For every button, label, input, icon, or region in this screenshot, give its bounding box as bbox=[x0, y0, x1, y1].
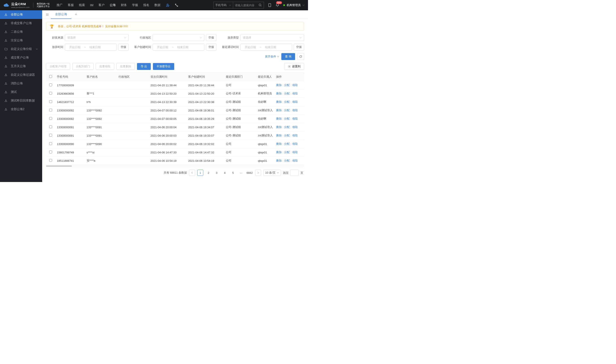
nav-service[interactable]: 客服 bbox=[68, 3, 74, 7]
select-abandon-type[interactable]: 请选择 bbox=[241, 34, 304, 41]
sidebar-item[interactable]: 自定义公海分组 bbox=[0, 45, 42, 53]
export-button[interactable]: 导 出 bbox=[137, 63, 151, 70]
op-assign[interactable]: 分配 bbox=[284, 159, 290, 162]
nav-im[interactable]: IM bbox=[90, 3, 94, 7]
nav-pool[interactable]: 公海 bbox=[110, 3, 116, 7]
nav-leads[interactable]: 线索 bbox=[79, 3, 85, 7]
notifications[interactable]: 99+ bbox=[276, 3, 279, 8]
op-claim[interactable]: 领取 bbox=[292, 117, 298, 120]
tablet-icon[interactable] bbox=[268, 3, 272, 7]
sidebar-item[interactable]: 自定义公海过滤器 bbox=[0, 71, 42, 79]
sidebar-item[interactable]: 消防公海 bbox=[0, 79, 42, 88]
query-button[interactable]: 查 询 bbox=[281, 53, 295, 60]
page-ellipsis[interactable]: ··· bbox=[238, 170, 244, 176]
row-checkbox[interactable] bbox=[49, 83, 52, 86]
page-2[interactable]: 2 bbox=[205, 170, 211, 176]
row-checkbox[interactable] bbox=[49, 92, 52, 95]
op-delete[interactable]: 删除 bbox=[276, 117, 282, 120]
op-delete[interactable]: 删除 bbox=[276, 142, 282, 145]
sidebar-item[interactable]: 五月天公海 bbox=[0, 62, 42, 71]
page-jump-input[interactable] bbox=[290, 170, 299, 176]
op-claim[interactable]: 领取 bbox=[292, 92, 298, 95]
user-menu[interactable]: 机构管理员 bbox=[283, 3, 305, 7]
op-delete[interactable]: 删除 bbox=[276, 100, 282, 104]
empty-abandon-time[interactable]: 空值 bbox=[118, 44, 129, 51]
op-claim[interactable]: 领取 bbox=[292, 159, 298, 162]
page-1[interactable]: 1 bbox=[197, 170, 203, 176]
empty-create-time[interactable]: 空值 bbox=[206, 44, 216, 51]
row-checkbox[interactable] bbox=[49, 151, 52, 153]
sidebar-item[interactable]: 非成交客户公海 bbox=[0, 19, 42, 27]
nav-data[interactable]: 数据 bbox=[154, 3, 160, 7]
op-claim[interactable]: 领取 bbox=[292, 142, 298, 145]
row-checkbox[interactable] bbox=[49, 125, 52, 128]
op-claim[interactable]: 领取 bbox=[292, 125, 298, 129]
next-page-button[interactable] bbox=[255, 170, 261, 176]
logo[interactable]: 云朵CRM www.yunduocrm.com 教育机构一站 式服务云平台 bbox=[3, 2, 50, 8]
page-last[interactable]: 6882 bbox=[246, 170, 253, 176]
create-start-input[interactable] bbox=[155, 46, 170, 49]
sidebar-item[interactable]: 测试昨日回库数据 bbox=[0, 96, 42, 105]
search-button[interactable] bbox=[257, 2, 264, 8]
sidebar-item[interactable]: 二咨公海 bbox=[0, 27, 42, 36]
op-claim[interactable]: 领取 bbox=[292, 151, 298, 154]
op-claim[interactable]: 领取 bbox=[292, 109, 298, 112]
batch-claim-button[interactable]: 批量领取 bbox=[96, 63, 114, 70]
op-assign[interactable]: 分配 bbox=[284, 109, 290, 112]
op-assign[interactable]: 分配 bbox=[284, 117, 290, 120]
horizontal-scrollbar[interactable] bbox=[46, 165, 304, 167]
page-size-select[interactable]: 10 条/页 bbox=[263, 170, 281, 176]
refresh-button[interactable] bbox=[297, 53, 304, 60]
config-cols-button[interactable]: 设置列 bbox=[284, 63, 304, 70]
nav-finance[interactable]: 财务 bbox=[121, 3, 127, 7]
tab-all-pool[interactable]: 全部公海 bbox=[51, 10, 71, 19]
nav-study[interactable]: 学服 bbox=[132, 3, 138, 7]
row-checkbox[interactable] bbox=[49, 159, 52, 162]
nav-signup[interactable]: 报名 bbox=[143, 3, 149, 7]
row-checkbox[interactable] bbox=[49, 117, 52, 120]
sidebar-item[interactable]: 测试 bbox=[0, 88, 42, 96]
row-checkbox[interactable] bbox=[49, 109, 52, 111]
assign-dept-button[interactable]: 分配到部门 bbox=[72, 63, 94, 70]
select-friend-source[interactable]: 请选择 bbox=[65, 34, 129, 41]
assign-mgr-button[interactable]: 分配客户经理 bbox=[46, 63, 70, 70]
op-assign[interactable]: 分配 bbox=[284, 125, 290, 129]
op-claim[interactable]: 领取 bbox=[292, 100, 298, 104]
search-type-select[interactable]: 手机号码 bbox=[214, 2, 233, 8]
empty-region[interactable]: 空值 bbox=[206, 34, 216, 41]
abandon-end-input[interactable] bbox=[88, 46, 103, 49]
phone-icon[interactable] bbox=[175, 3, 179, 7]
sidebar-item[interactable]: 全部公海 bbox=[0, 10, 42, 19]
prev-page-button[interactable] bbox=[189, 170, 195, 176]
call-start-input[interactable] bbox=[243, 46, 258, 49]
op-claim[interactable]: 领取 bbox=[292, 134, 298, 137]
row-checkbox[interactable] bbox=[49, 100, 52, 103]
abandon-start-input[interactable] bbox=[67, 46, 82, 49]
create-end-input[interactable] bbox=[175, 46, 190, 49]
add-user-icon[interactable] bbox=[166, 3, 169, 7]
date-call-time[interactable]: ~ bbox=[241, 44, 292, 51]
select-all-checkbox[interactable] bbox=[49, 75, 52, 78]
op-assign[interactable]: 分配 bbox=[284, 134, 290, 137]
call-end-input[interactable] bbox=[263, 46, 278, 49]
row-checkbox[interactable] bbox=[49, 142, 52, 145]
search-input[interactable] bbox=[233, 4, 257, 7]
op-assign[interactable]: 分配 bbox=[284, 100, 290, 104]
expand-filters-link[interactable]: 展开条件 bbox=[265, 55, 279, 59]
row-checkbox[interactable] bbox=[49, 134, 52, 137]
op-delete[interactable]: 删除 bbox=[276, 159, 282, 162]
op-assign[interactable]: 分配 bbox=[284, 142, 290, 145]
op-delete[interactable]: 删除 bbox=[276, 125, 282, 129]
page-3[interactable]: 3 bbox=[214, 170, 220, 176]
tab-add[interactable]: + bbox=[71, 12, 81, 17]
select-region[interactable] bbox=[153, 34, 204, 41]
op-delete[interactable]: 删除 bbox=[276, 134, 282, 137]
op-assign[interactable]: 分配 bbox=[284, 92, 290, 95]
page-4[interactable]: 4 bbox=[222, 170, 228, 176]
sidebar-item[interactable]: 成交客户公海 bbox=[0, 53, 42, 62]
sidebar-item[interactable]: 全部公海2 bbox=[0, 105, 42, 114]
op-delete[interactable]: 删除 bbox=[276, 92, 282, 95]
date-create-time[interactable]: ~ bbox=[153, 44, 204, 51]
export-plain-button[interactable]: 不加密导出 bbox=[153, 63, 174, 70]
op-delete[interactable]: 删除 bbox=[276, 151, 282, 154]
